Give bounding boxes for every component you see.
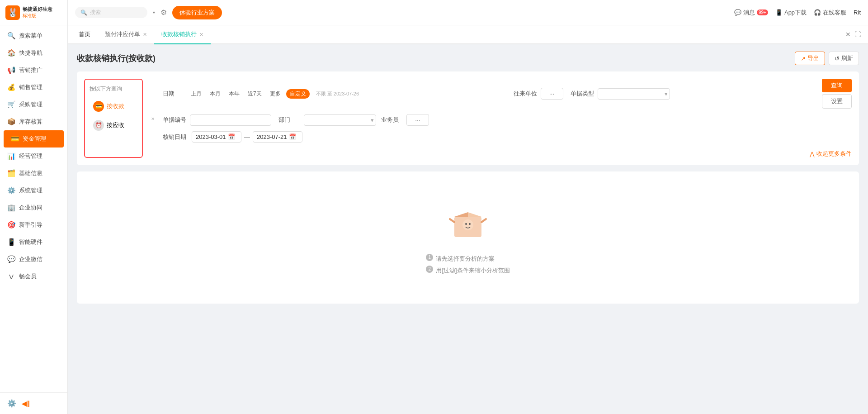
date-7days-btn[interactable]: 近7天 — [245, 89, 264, 99]
tab-home-label: 首页 — [79, 30, 90, 38]
verify-date-from-calendar-icon: 📅 — [228, 133, 235, 140]
dept-select[interactable] — [304, 114, 376, 126]
tab-home[interactable]: 首页 — [71, 25, 98, 44]
date-this-year-btn[interactable]: 本年 — [226, 89, 242, 99]
sidebar-item-system[interactable]: ⚙️系统管理 — [0, 182, 67, 199]
sidebar-item-enterprise[interactable]: 🏢企业协同 — [0, 199, 67, 216]
sidebar-item-sales[interactable]: 💰销售管理 — [0, 79, 67, 96]
tab-collection-close-icon[interactable]: ✕ — [199, 32, 203, 38]
query-button[interactable]: 查询 — [822, 79, 852, 92]
sidebar-item-quick-nav[interactable]: 🏠快捷导航 — [0, 44, 67, 62]
verify-date-field: 核销日期 2023-03-01 📅 — 2023-07-21 📅 — [163, 131, 302, 143]
filter-type-selector: 按以下方查询 💳 按收款 ⏰ 按应收 — [84, 79, 143, 158]
logo-icon: 🐰 — [5, 5, 20, 20]
setting-button[interactable]: 设置 — [822, 94, 852, 109]
sidebar-item-wechat[interactable]: 💬企业微信 — [0, 251, 67, 268]
nav-label-basic-info: 基础信息 — [19, 169, 42, 177]
sidebar-item-guide[interactable]: 🎯新手引导 — [0, 216, 67, 233]
refresh-button[interactable]: ↺ 刷新 — [829, 52, 859, 65]
date-last-month-btn[interactable]: 上月 — [188, 89, 204, 99]
sidebar-item-inventory[interactable]: 📦库存核算 — [0, 113, 67, 130]
user-name[interactable]: Rit — [854, 9, 861, 16]
svg-point-4 — [465, 223, 467, 225]
tab-expand-icon[interactable]: ⛶ — [854, 31, 861, 38]
doc-type-select[interactable] — [598, 88, 670, 100]
svg-point-3 — [462, 219, 473, 230]
industry-solution-button[interactable]: 休验行业方案 — [172, 6, 222, 19]
nav-label-smart-hw: 智能硬件 — [19, 238, 42, 246]
message-area[interactable]: 💬 消息 99+ — [734, 9, 768, 17]
date-sublabel: 不限 至 2023-07-26 — [316, 90, 359, 97]
message-badge: 99+ — [757, 10, 768, 15]
svg-point-5 — [469, 223, 471, 225]
sidebar-item-marketing[interactable]: 📢营销推广 — [0, 62, 67, 79]
collapse-icon[interactable]: ◀∥ — [22, 400, 30, 407]
svg-marker-2 — [468, 212, 481, 217]
tab-collection[interactable]: 收款核销执行 ✕ — [154, 25, 211, 44]
filter-panel: 按以下方查询 💳 按收款 ⏰ 按应收 » 日期 — [77, 71, 859, 165]
sidebar-item-basic-info[interactable]: 🗂️基础信息 — [0, 165, 67, 182]
counterparty-input[interactable]: ··· — [541, 88, 563, 100]
message-icon: 💬 — [734, 9, 741, 16]
topbar-actions: 💬 消息 99+ 📱 App下载 🎧 在线客服 Rit — [734, 9, 861, 17]
tab-prepay-label: 预付冲应付单 — [105, 30, 140, 38]
more-conditions-toggle[interactable]: ⋀ 收起更多条件 — [163, 148, 852, 158]
search-placeholder: 搜索 — [90, 9, 101, 16]
nav-label-quick-nav: 快捷导航 — [19, 49, 42, 57]
app-download-area[interactable]: 📱 App下载 — [775, 9, 807, 17]
tab-bar: 首页 预付冲应付单 ✕ 收款核销执行 ✕ ✕ ⛶ — [68, 25, 868, 44]
nav-label-inventory: 库存核算 — [19, 118, 42, 126]
date-custom-btn[interactable]: 自定义 — [286, 89, 310, 99]
sidebar-item-smart-hw[interactable]: 📱智能硬件 — [0, 233, 67, 251]
verify-date-to-calendar-icon: 📅 — [289, 133, 296, 140]
staff-input[interactable]: ··· — [406, 114, 429, 126]
date-range-separator: — — [244, 133, 250, 140]
logo-main-text: 畅捷通好生意 — [23, 6, 52, 13]
service-icon: 🎧 — [814, 9, 821, 16]
filter-option-receivable[interactable]: ⏰ 按应收 — [90, 118, 137, 133]
sidebar: 🐰 畅捷通好生意 标准版 🔍搜索菜单🏠快捷导航📢营销推广💰销售管理🛒采购管理📦库… — [0, 0, 68, 414]
empty-state: 1 请先选择要分析的方案 2 用[过滤]条件来缩小分析范围 — [77, 171, 859, 304]
filter-option-receipt[interactable]: 💳 按收款 — [90, 99, 137, 114]
date-this-month-btn[interactable]: 本月 — [207, 89, 223, 99]
tab-prepay[interactable]: 预付冲应付单 ✕ — [98, 25, 154, 44]
nav-label-purchase: 采购管理 — [19, 100, 42, 109]
sidebar-item-operations[interactable]: 📊经营管理 — [0, 148, 67, 165]
date-more-btn[interactable]: 更多 — [267, 89, 283, 99]
tab-close-window-icon[interactable]: ✕ — [845, 31, 851, 38]
nav-icon-wechat: 💬 — [7, 255, 15, 263]
tip-num-2: 2 — [426, 266, 433, 273]
service-label: 在线客服 — [823, 9, 846, 17]
topbar-gear-icon[interactable]: ⚙ — [160, 8, 167, 17]
nav-label-finance: 资金管理 — [23, 135, 46, 143]
verify-date-from-input[interactable]: 2023-03-01 📅 — [192, 131, 241, 143]
doc-number-input[interactable] — [190, 114, 271, 126]
nav-icon-inventory: 📦 — [7, 118, 15, 126]
svg-marker-1 — [454, 212, 468, 217]
tip-text-1: 请先选择要分析的方案 — [436, 253, 495, 265]
sidebar-item-search-menu[interactable]: 🔍搜索菜单 — [0, 27, 67, 44]
nav-icon-basic-info: 🗂️ — [7, 169, 15, 177]
topbar-search-box[interactable]: 🔍 搜索 — [75, 7, 147, 18]
nav-icon-operations: 📊 — [7, 152, 15, 160]
more-conditions-icon: ⋀ — [810, 151, 815, 157]
nav-label-guide: 新手引导 — [19, 221, 42, 229]
dept-label: 部门 — [278, 116, 300, 124]
online-service-area[interactable]: 🎧 在线客服 — [814, 9, 846, 17]
export-button[interactable]: ↗ 导出 — [795, 52, 825, 65]
dropdown-arrow-icon[interactable]: ▾ — [153, 10, 155, 15]
logo-sub-text: 标准版 — [23, 13, 52, 19]
nav-icon-smart-hw: 📱 — [7, 238, 15, 246]
filter-collapse-button[interactable]: » — [148, 108, 157, 129]
filter-row-1: 日期 上月 本月 本年 近7天 更多 自定义 不限 至 2023-07-26 往… — [163, 79, 852, 109]
tab-prepay-close-icon[interactable]: ✕ — [143, 32, 147, 38]
sidebar-item-purchase[interactable]: 🛒采购管理 — [0, 96, 67, 113]
filter-left-title: 按以下方查询 — [90, 85, 137, 93]
verify-date-to-input[interactable]: 2023-07-21 📅 — [253, 131, 302, 143]
empty-tips: 1 请先选择要分析的方案 2 用[过滤]条件来缩小分析范围 — [426, 253, 509, 276]
sidebar-item-member[interactable]: V畅会员 — [0, 268, 67, 285]
settings-icon[interactable]: ⚙️ — [7, 399, 16, 408]
sidebar-item-finance[interactable]: 💳资金管理 — [4, 130, 64, 148]
filter-row-3: 核销日期 2023-03-01 📅 — 2023-07-21 📅 — [163, 131, 852, 143]
doc-type-field: 单据类型 ▾ — [571, 88, 668, 100]
